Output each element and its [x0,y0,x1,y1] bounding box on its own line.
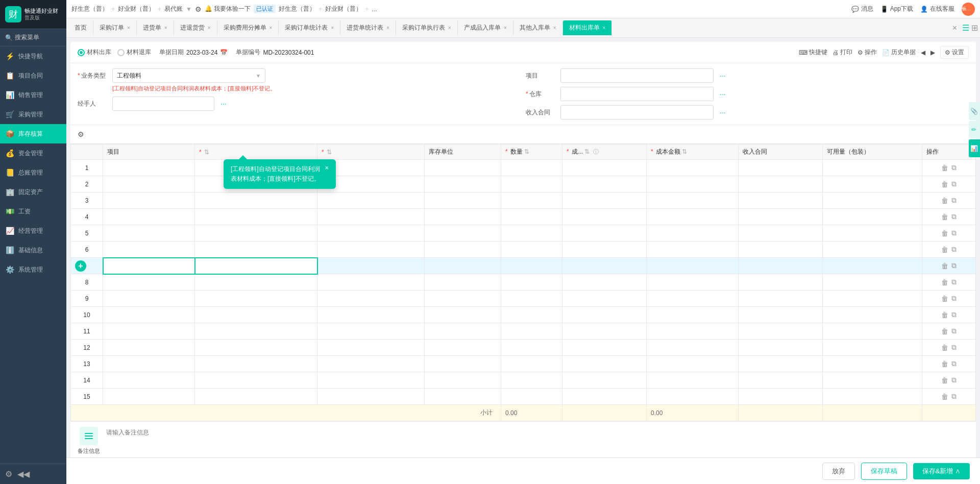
delete-row-btn[interactable]: 🗑 [941,295,948,303]
topbar-experience-btn[interactable]: 🔔 我要体验一下 [205,5,251,13]
row-income-contract[interactable] [739,307,823,323]
row-cost[interactable] [562,274,647,291]
sidebar-item-finance[interactable]: 💰 资金管理 [0,143,66,163]
sidebar-item-project[interactable]: 📋 项目合同 [0,66,66,85]
date-value[interactable]: 2023-03-24 [186,49,217,56]
right-tool-chart[interactable]: 📊 [969,139,980,157]
add-row-button[interactable]: + [75,260,86,272]
row-warehouse-unit-active[interactable] [425,258,501,274]
row-cost[interactable] [562,307,647,323]
sidebar-item-inventory[interactable]: 📦 库存核算 [0,124,66,143]
copy-row-btn[interactable]: ⧉ [951,212,957,221]
topbar-more-label[interactable]: ... [372,6,377,13]
topbar-nav-item-2[interactable]: 好业财（普） [118,5,155,13]
row-available[interactable] [823,241,922,258]
row-warehouse-unit[interactable] [425,307,501,323]
th-qty-sort-icon[interactable]: ⇅ [524,148,529,155]
row-spec[interactable] [317,225,425,241]
row-cost[interactable] [562,176,647,192]
row-warehouse-unit[interactable] [425,192,501,209]
row-cost-amount[interactable] [647,241,739,258]
tab-close-icon[interactable]: × [386,25,389,31]
row-qty[interactable] [501,307,562,323]
row-spec[interactable] [317,291,425,307]
sidebar-item-operations[interactable]: 📈 经营管理 [0,221,66,240]
row-cost[interactable] [562,225,647,241]
row-qty[interactable] [501,291,562,307]
row-available[interactable] [823,160,922,176]
warehouse-input[interactable] [560,87,714,101]
delete-row-btn[interactable]: 🗑 [941,360,948,368]
prev-record-btn[interactable]: ◀ [921,49,925,56]
row-cost-amount[interactable] [647,274,739,291]
row-qty[interactable] [501,209,562,225]
copy-row-btn[interactable]: ⧉ [951,180,957,188]
tab-purchase-in-stat[interactable]: 进货单统计表 × [340,20,396,35]
delete-row-btn[interactable]: 🗑 [941,311,948,319]
table-settings-icon[interactable]: ⚙ [78,127,84,141]
row-income-contract[interactable] [739,225,823,241]
row-spec[interactable] [317,192,425,209]
copy-row-btn[interactable]: ⧉ [951,376,957,384]
tabbar-close-btn[interactable]: × [949,23,960,33]
row-qty[interactable] [501,241,562,258]
th-cost-sort-icon[interactable]: ⇅ [584,148,590,155]
tab-purchase-expense[interactable]: 采购费用分摊单 × [217,20,279,35]
tab-finished-goods-in[interactable]: 产成品入库单 × [458,20,513,35]
row-cost-amount[interactable] [647,160,739,176]
row-available[interactable] [823,307,922,323]
tab-purchase-exec[interactable]: 采购订单执行表 × [396,20,458,35]
tab-close-icon[interactable]: × [208,25,211,31]
delete-row-btn[interactable]: 🗑 [941,180,948,188]
delete-row-btn[interactable]: 🗑 [941,164,948,172]
tab-close-icon[interactable]: × [164,25,167,31]
row-spec-active[interactable] [317,258,425,274]
row-project[interactable] [103,192,195,209]
tab-close-icon[interactable]: × [603,25,606,31]
row-warehouse-unit[interactable] [425,241,501,258]
copy-row-btn[interactable]: ⧉ [951,261,957,270]
tab-purchase-order-stat[interactable]: 采购订单统计表 × [279,20,340,35]
row-income-contract[interactable] [739,192,823,209]
topbar-nav-item-3[interactable]: 易代账 [164,5,183,13]
history-btn[interactable]: 📄 历史单据 [882,48,916,57]
row-spec[interactable] [317,241,425,258]
row-available[interactable] [823,291,922,307]
row-cost-active[interactable] [562,258,647,274]
row-warehouse-unit[interactable] [425,225,501,241]
row-cost-amount[interactable] [647,291,739,307]
delete-row-btn[interactable]: 🗑 [941,278,948,286]
save-draft-button[interactable]: 保存草稿 [861,463,907,480]
sidebar-item-ledger[interactable]: 📒 总账管理 [0,163,66,182]
row-cost[interactable] [562,209,647,225]
operation-btn[interactable]: ⚙ 操作 [857,48,877,57]
radio-material-return[interactable]: 材料退库 [117,48,151,57]
row-available[interactable] [823,192,922,209]
row-project[interactable] [103,291,195,307]
th-cost-amount-sort-icon[interactable]: ⇅ [682,148,687,155]
tab-close-icon[interactable]: × [448,25,451,31]
row-cost[interactable] [562,291,647,307]
row-project[interactable] [103,323,195,340]
handler-input[interactable] [112,96,214,111]
tab-purchase-order[interactable]: 采购订单 × [93,20,137,35]
row-project[interactable] [103,160,195,176]
online-service-btn[interactable]: 👤 在线客服 [920,5,954,13]
tab-close-icon[interactable]: × [553,25,556,31]
copy-row-btn[interactable]: ⧉ [951,278,957,286]
topbar-settings-btn[interactable]: ⚙ [195,5,202,13]
shortcuts-btn[interactable]: ⌨ 快捷键 [799,48,827,57]
row-project[interactable] [103,274,195,291]
row-cost-amount[interactable] [647,209,739,225]
notes-input[interactable] [106,427,969,438]
copy-row-btn[interactable]: ⧉ [951,392,957,401]
row-income-contract[interactable] [739,209,823,225]
topbar-nav-item-1[interactable]: 好生意（普） [71,5,108,13]
delete-row-btn[interactable]: 🗑 [941,344,948,352]
business-type-select[interactable]: 工程领料 ▼ [112,68,265,83]
row-warehouse-unit[interactable] [425,274,501,291]
row-available[interactable] [823,209,922,225]
right-tool-attachment[interactable]: 📎 [969,102,980,120]
row-income-contract[interactable] [739,291,823,307]
row-cost-amount[interactable] [647,307,739,323]
